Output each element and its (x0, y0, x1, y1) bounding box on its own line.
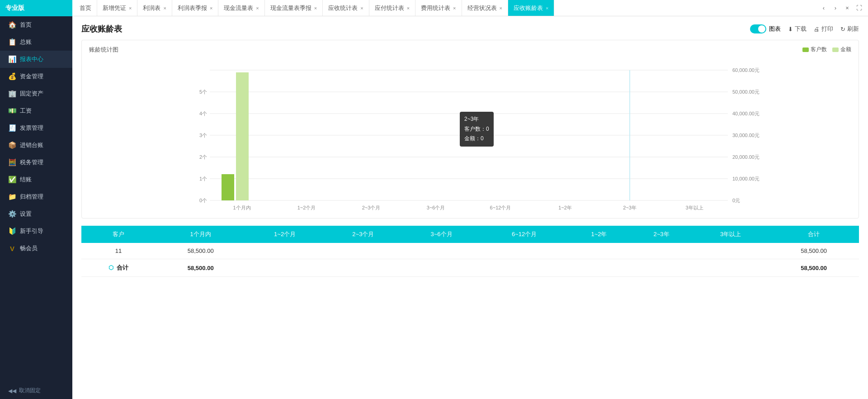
data-table: 客户 1个月内 1~2个月 2~3个月 3~6个月 6~12个月 1~2年 2~… (81, 226, 859, 277)
sidebar-item-home[interactable]: 🏠 首页 (0, 16, 72, 33)
total-m1-2 (246, 259, 324, 277)
cell-m2-3 (324, 243, 402, 259)
chart-area: 账龄统计图 客户数 金额 0个 1个 2个 3个 4个 (81, 40, 859, 218)
tab-close-payable-stat[interactable]: × (407, 5, 410, 11)
col-total: 合计 (769, 226, 859, 243)
cell-y1-2 (568, 243, 630, 259)
svg-text:40,000.00元: 40,000.00元 (732, 111, 760, 116)
sidebar-item-tax[interactable]: 🧮 税务管理 (0, 154, 72, 171)
col-m1-2: 1~2个月 (246, 226, 324, 243)
tax-icon: 🧮 (8, 158, 16, 166)
sidebar-item-salary[interactable]: 💵 工资 (0, 102, 72, 119)
sidebar-item-settings[interactable]: ⚙️ 设置 (0, 205, 72, 223)
col-m2-3: 2~3个月 (324, 226, 402, 243)
tab-receivable-stat[interactable]: 应收统计表 × (323, 0, 369, 16)
tab-home[interactable]: 首页 (74, 0, 97, 16)
asset-icon: 🏢 (8, 90, 16, 98)
chart-toggle-wrap: 图表 (750, 24, 781, 33)
cell-y3plus (693, 243, 769, 259)
sidebar-item-asset[interactable]: 🏢 固定资产 (0, 85, 72, 102)
total-m2-3 (324, 259, 402, 277)
tab-close-expense-stat[interactable]: × (453, 5, 456, 11)
sidebar-unpin-button[interactable]: ◀◀ 取消固定 (0, 382, 72, 399)
svg-text:1个月内: 1个月内 (233, 205, 250, 210)
total-total: 58,500.00 (769, 259, 859, 277)
tab-profit-quarter[interactable]: 利润表季报 × (172, 0, 218, 16)
fund-icon: 💰 (8, 72, 16, 81)
tab-prev-button[interactable]: ‹ (818, 3, 829, 14)
vip-icon: V (8, 245, 16, 252)
svg-text:6~12个月: 6~12个月 (490, 205, 511, 210)
tab-profit[interactable]: 利润表 × (137, 0, 172, 16)
svg-text:1~2个月: 1~2个月 (297, 205, 316, 210)
tab-payable-stat[interactable]: 应付统计表 × (369, 0, 415, 16)
col-y3plus: 3年以上 (693, 226, 769, 243)
invoice-icon: 🧾 (8, 124, 16, 132)
tab-next-button[interactable]: › (830, 3, 841, 14)
col-m3-6: 3~6个月 (402, 226, 481, 243)
table-header-row: 客户 1个月内 1~2个月 2~3个月 3~6个月 6~12个月 1~2年 2~… (81, 226, 859, 243)
cell-m3-6 (402, 243, 481, 259)
sidebar-item-ledger[interactable]: 📋 总账 (0, 33, 72, 51)
sidebar-item-guide[interactable]: 🔰 新手引导 (0, 223, 72, 240)
tab-close-all-button[interactable]: × (842, 3, 853, 14)
download-button[interactable]: ⬇ 下载 (788, 25, 807, 33)
tab-close-voucher[interactable]: × (129, 5, 132, 11)
refresh-button[interactable]: ↻ 刷新 (840, 25, 859, 33)
sidebar-logo: 专业版 (0, 0, 72, 16)
tab-close-cashflow-quarter[interactable]: × (314, 5, 317, 11)
tab-close-profit-quarter[interactable]: × (210, 5, 212, 11)
sidebar-item-vip[interactable]: V 畅会员 (0, 240, 72, 257)
unpin-icon: ◀◀ (8, 388, 16, 394)
tab-close-age-report[interactable]: × (546, 5, 548, 11)
cell-total: 58,500.00 (769, 243, 859, 259)
sidebar-item-report[interactable]: 📊 报表中心 (0, 51, 72, 68)
ledger-icon: 📋 (8, 38, 16, 46)
sidebar-item-checkout[interactable]: ✅ 结账 (0, 171, 72, 188)
svg-text:0元: 0元 (732, 198, 740, 203)
total-icon: ⬡ (108, 264, 113, 271)
sidebar-item-purchase[interactable]: 📦 进销台账 (0, 137, 72, 154)
cell-m6-12 (481, 243, 568, 259)
svg-text:2个: 2个 (199, 154, 207, 160)
total-y2-3 (630, 259, 693, 277)
tab-close-business-stat[interactable]: × (500, 5, 502, 11)
total-y3plus (693, 259, 769, 277)
tab-expense-stat[interactable]: 费用统计表 × (415, 0, 462, 16)
bar-customer-0 (222, 174, 234, 200)
total-label: ⬡ 合计 (81, 259, 156, 277)
tab-business-stat[interactable]: 经营状况表 × (462, 0, 508, 16)
tab-close-cashflow[interactable]: × (256, 5, 259, 11)
svg-text:20,000.00元: 20,000.00元 (732, 154, 760, 160)
tab-age-report[interactable]: 应收账龄表 × (508, 0, 554, 16)
chart-toggle-label: 图表 (769, 25, 781, 33)
sidebar-item-fund[interactable]: 💰 资金管理 (0, 68, 72, 85)
download-icon: ⬇ (788, 26, 793, 33)
svg-text:30,000.00元: 30,000.00元 (732, 133, 760, 138)
cell-m1: 58,500.00 (156, 243, 246, 259)
legend-customer-color (802, 48, 809, 52)
tab-cashflow[interactable]: 现金流量表 × (218, 0, 264, 16)
chart-toggle[interactable] (750, 24, 766, 33)
chart-legend: 客户数 金额 (802, 46, 851, 53)
tab-close-profit[interactable]: × (163, 5, 166, 11)
chart-svg-wrap: 0个 1个 2个 3个 4个 5个 0元 10,000.00元 20,000.0… (89, 57, 851, 213)
col-y1-2: 1~2年 (568, 226, 630, 243)
sidebar-item-archive[interactable]: 📁 归档管理 (0, 188, 72, 205)
archive-icon: 📁 (8, 193, 16, 201)
tab-close-receivable-stat[interactable]: × (360, 5, 363, 11)
sidebar: 专业版 🏠 首页 📋 总账 📊 报表中心 💰 资金管理 🏢 固定资产 💵 工资 … (0, 0, 72, 399)
home-icon: 🏠 (8, 21, 16, 29)
tab-cashflow-quarter[interactable]: 现金流量表季报 × (265, 0, 323, 16)
report-icon: 📊 (8, 55, 16, 63)
bar-amount-0 (236, 72, 249, 200)
tab-maximize-button[interactable]: ⛶ (854, 3, 864, 14)
page-title: 应收账龄表 (81, 24, 122, 34)
print-button[interactable]: 🖨 打印 (814, 25, 833, 33)
svg-text:50,000.00元: 50,000.00元 (732, 89, 760, 95)
table-total-row: ⬡ 合计 58,500.00 58,500.00 (81, 259, 859, 277)
total-m3-6 (402, 259, 481, 277)
sidebar-item-invoice[interactable]: 🧾 发票管理 (0, 119, 72, 137)
tab-voucher[interactable]: 新增凭证 × (97, 0, 137, 16)
settings-icon: ⚙️ (8, 210, 16, 218)
